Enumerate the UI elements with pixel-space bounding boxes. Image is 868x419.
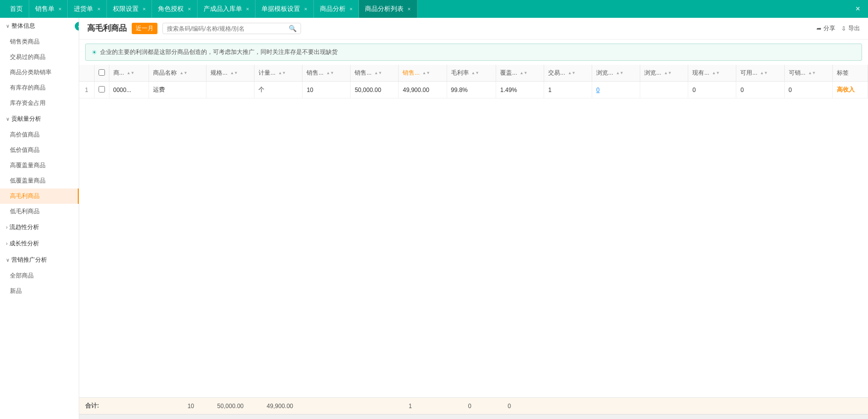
nav-product-in[interactable]: 产成品入库单 × [198, 0, 255, 18]
sidebar-item-stocked-goods[interactable]: 有库存的商品 [0, 80, 79, 95]
close-icon[interactable]: × [58, 6, 61, 12]
footer-available-stock: 0 [475, 403, 515, 410]
nav-role[interactable]: 角色授权 × [152, 0, 197, 18]
footer-sales-amount: 50,000.00 [198, 403, 248, 410]
tip-text: 企业的主要的利润都是这部分商品创造的，可考虑加大推广，同时关注库存是不要出现缺货 [100, 48, 338, 56]
col-tag: 标签 [832, 65, 868, 82]
col-view2[interactable]: 浏览... ▲▼ [640, 65, 688, 82]
sidebar-item-high-margin[interactable]: 高毛利商品 [0, 188, 79, 204]
export-icon: ⇩ [841, 25, 846, 32]
col-sales-profit[interactable]: 销售... ▲▼ [399, 65, 447, 82]
row-checkbox[interactable] [94, 82, 109, 98]
data-table: 商... ▲▼ 商品名称 ▲▼ 规格... ▲▼ 计量... [79, 65, 868, 98]
col-name[interactable]: 商品名称 ▲▼ [149, 65, 206, 82]
top-navigation: 首页 销售单 × 进货单 × 权限设置 × 角色授权 × 产成品入库单 × 单据… [0, 0, 868, 18]
sidebar-item-stock-capital[interactable]: 库存资金占用 [0, 95, 79, 111]
sort-icon: ▲▼ [180, 71, 188, 75]
sort-icon: ▲▼ [127, 71, 135, 75]
close-icon[interactable]: × [188, 6, 191, 12]
col-gross-margin[interactable]: 毛利率 ▲▼ [447, 65, 496, 82]
sidebar-item-all-goods[interactable]: 全部商品 [0, 268, 79, 283]
col-saleable-stock[interactable]: 可销... ▲▼ [784, 65, 832, 82]
share-icon: ➦ [817, 25, 821, 32]
row-tag: 高收入 [832, 82, 868, 98]
sidebar-item-low-coverage[interactable]: 低覆盖量商品 [0, 173, 79, 188]
row-coverage: 1.49% [496, 82, 544, 98]
chevron-down-icon: ∨ [6, 23, 9, 29]
nav-permission[interactable]: 权限设置 × [107, 0, 152, 18]
row-name: 运费 [149, 82, 206, 98]
export-button[interactable]: ⇩ 导出 [841, 24, 860, 33]
row-sales-profit: 49,900.00 [399, 82, 447, 98]
time-filter-button[interactable]: 近一月 [132, 23, 157, 34]
row-available-stock: 0 [736, 82, 784, 98]
sidebar-item-category-rate[interactable]: 商品分类助销率 [0, 65, 79, 80]
share-button[interactable]: ➦ 分享 [817, 24, 835, 33]
close-all-tabs-button[interactable]: × [852, 4, 864, 13]
sidebar-item-high-value[interactable]: 高价值商品 [0, 127, 79, 142]
sidebar-group-growth[interactable]: › 成长性分析 [0, 235, 79, 252]
chevron-right-icon: › [6, 225, 7, 230]
sidebar-item-low-value[interactable]: 低价值商品 [0, 142, 79, 158]
col-view1[interactable]: 浏览... ▲▼ [592, 65, 640, 82]
col-trade[interactable]: 交易... ▲▼ [544, 65, 592, 82]
close-icon[interactable]: × [143, 6, 146, 12]
sort-icon: ▲▼ [568, 71, 576, 75]
col-sales-qty[interactable]: 销售... ▲▼ [303, 65, 351, 82]
nav-template[interactable]: 单据模板设置 × [255, 0, 313, 18]
search-input[interactable] [167, 25, 286, 32]
sort-icon: ▲▼ [230, 71, 238, 75]
sidebar-group-marketing[interactable]: ∨ 营销推广分析 [0, 252, 79, 268]
col-current-stock[interactable]: 现有... ▲▼ [688, 65, 736, 82]
close-icon[interactable]: × [408, 6, 410, 12]
col-coverage[interactable]: 覆盖... ▲▼ [496, 65, 544, 82]
footer-sales-profit: 49,900.00 [248, 403, 297, 410]
col-unit[interactable]: 计量... ▲▼ [255, 65, 303, 82]
col-checkbox [94, 65, 109, 82]
sidebar-group-contribution[interactable]: ∨ 贡献量分析 [0, 111, 79, 127]
sort-icon: ▲▼ [374, 71, 382, 75]
nav-product-analysis[interactable]: 商品分析 × [314, 0, 359, 18]
sidebar-group-overall[interactable]: ∨ 整体信息 [0, 18, 79, 34]
nav-home[interactable]: 首页 [4, 0, 29, 18]
chevron-down-icon: ∨ [6, 116, 9, 122]
sort-icon: ▲▼ [616, 71, 624, 75]
col-sales-amount[interactable]: 销售... ▲▼ [351, 65, 399, 82]
table-row: 1 0000... 运费 个 10 50,000.00 49,900.00 99… [79, 82, 868, 98]
close-icon[interactable]: × [350, 6, 353, 12]
row-view1[interactable]: 0 [592, 82, 640, 98]
header-actions: ➦ 分享 ⇩ 导出 [817, 24, 860, 33]
row-gross-margin: 99.8% [447, 82, 496, 98]
row-trade: 1 [544, 82, 592, 98]
sidebar-item-low-margin[interactable]: 低毛利商品 [0, 204, 79, 219]
row-current-stock: 0 [688, 82, 736, 98]
sidebar-item-sales-goods[interactable]: 销售类商品 [0, 34, 79, 49]
sort-icon: ▲▼ [422, 71, 430, 75]
select-all-checkbox[interactable] [99, 69, 105, 76]
tip-icon: ☀ [92, 49, 97, 56]
sidebar: « ∨ 整体信息 销售类商品 交易过的商品 商品分类助销率 有库存的商品 库存资… [0, 18, 79, 419]
close-icon[interactable]: × [304, 6, 307, 12]
nav-purchase[interactable]: 进货单 × [68, 0, 106, 18]
horizontal-scrollbar[interactable] [79, 414, 868, 419]
nav-sales[interactable]: 销售单 × [29, 0, 68, 18]
sort-icon: ▲▼ [520, 71, 528, 75]
row-select-checkbox[interactable] [99, 86, 105, 93]
sidebar-item-new-goods[interactable]: 新品 [0, 283, 79, 299]
search-icon[interactable]: 🔍 [289, 25, 297, 32]
sidebar-item-traded-goods[interactable]: 交易过的商品 [0, 49, 79, 65]
nav-product-analysis-list[interactable]: 商品分析列表 × [359, 0, 417, 18]
close-icon[interactable]: × [97, 6, 100, 12]
table-wrapper: 商... ▲▼ 商品名称 ▲▼ 规格... ▲▼ 计量... [79, 65, 868, 397]
col-available-stock[interactable]: 可用... ▲▼ [736, 65, 784, 82]
footer-trade: 1 [297, 403, 416, 410]
content-header: 高毛利商品 近一月 🔍 ➦ 分享 ⇩ 导出 [79, 18, 868, 40]
col-code[interactable]: 商... ▲▼ [109, 65, 149, 82]
main-layout: « ∨ 整体信息 销售类商品 交易过的商品 商品分类助销率 有库存的商品 库存资… [0, 18, 868, 419]
sort-icon: ▲▼ [471, 71, 479, 75]
sidebar-group-trend[interactable]: › 流趋性分析 [0, 219, 79, 235]
close-icon[interactable]: × [246, 6, 249, 12]
search-box: 🔍 [162, 23, 301, 34]
sidebar-item-high-coverage[interactable]: 高覆盖量商品 [0, 158, 79, 173]
col-spec[interactable]: 规格... ▲▼ [206, 65, 255, 82]
